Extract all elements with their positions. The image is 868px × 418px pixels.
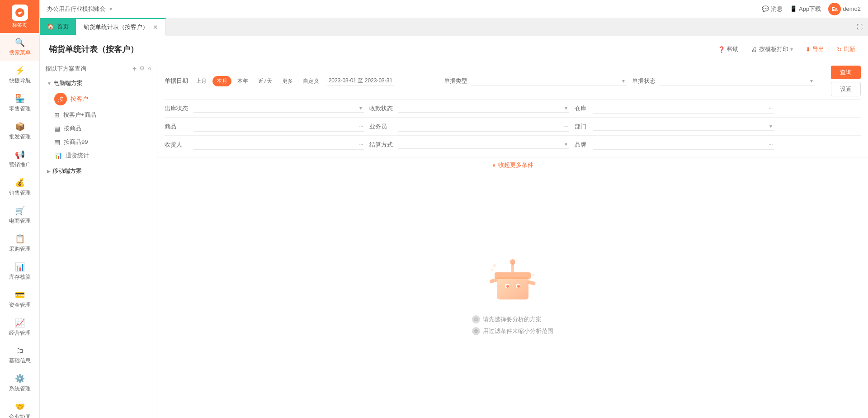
system-icon: ⚙️ <box>15 374 25 384</box>
brand-control[interactable]: ··· <box>593 139 774 150</box>
scheme-collapse-icon[interactable]: « <box>148 65 151 73</box>
doc-type-label: 单据类型 <box>444 77 467 85</box>
doc-status-dropdown-icon: ▾ <box>810 78 813 84</box>
marketing-icon: 📢 <box>15 150 25 160</box>
refresh-btn[interactable]: ↻ 刷新 <box>833 43 859 55</box>
industry-label: 办公用品行业模拟账套 <box>47 5 106 13</box>
sidebar-item-retail[interactable]: 🏪 零售管理 <box>0 89 39 117</box>
hint-num-2: ② <box>472 327 480 335</box>
returns-icon: 📊 <box>54 152 62 159</box>
filter-item-recipient: 收货人 ··· <box>165 139 364 150</box>
sidebar-item-system[interactable]: ⚙️ 系统管理 <box>0 369 39 397</box>
tab-close-icon[interactable]: ✕ <box>153 24 158 31</box>
collection-control[interactable]: ▾ <box>398 104 569 113</box>
scheme-item-by-customer[interactable]: 按 按客户 <box>43 90 153 108</box>
collapse-bar[interactable]: ∧ 收起更多条件 <box>157 157 868 173</box>
scheme-group-mobile: ▶ 移动端方案 <box>43 164 153 178</box>
sales-icon: 💰 <box>15 178 25 188</box>
filter-item-docstatus: 单据状态 ▾ <box>632 77 815 86</box>
query-button[interactable]: 查询 <box>831 66 861 79</box>
refresh-icon: ↻ <box>837 46 842 53</box>
goods-dots: ··· <box>359 122 362 130</box>
goods-label: 商品 <box>165 123 190 131</box>
page-actions: ❓ 帮助 🖨 按模板打印 ▾ ⬇ 导出 ↻ 刷新 <box>714 43 859 55</box>
filter-item-salesperson: 业务员 ··· <box>369 121 569 132</box>
group-arrow-icon: ▼ <box>47 81 52 86</box>
home-icon: 🏠 <box>47 23 54 30</box>
sidebar-item-cooperation[interactable]: 🤝 企业协同 <box>0 397 39 418</box>
date-btn-lastmonth[interactable]: 上月 <box>192 76 211 86</box>
date-btn-thisyear[interactable]: 本年 <box>233 76 252 86</box>
date-btn-thismonth[interactable]: 本月 <box>212 76 231 86</box>
cooperation-icon: 🤝 <box>15 402 25 412</box>
out-status-control[interactable]: ▾ <box>193 104 364 113</box>
sidebar-item-operations[interactable]: 📈 经营管理 <box>0 314 39 342</box>
scheme-item-by-customer-goods[interactable]: ⊞ 按客户+商品 <box>43 108 153 122</box>
scheme-item-by-goods[interactable]: ▤ 按商品 <box>43 122 153 135</box>
goods-icon: ▤ <box>54 125 60 132</box>
sidebar-item-shortcuts[interactable]: ⚡ 快捷导航 <box>0 61 39 89</box>
industry-dropdown-icon[interactable]: ▾ <box>109 5 113 12</box>
scheme-group-header-mobile[interactable]: ▶ 移动端方案 <box>43 164 153 178</box>
scheme-item-label: 按商品 <box>64 124 81 133</box>
sidebar-item-sales[interactable]: 💰 销售管理 <box>0 173 39 201</box>
collapse-label: 收起更多条件 <box>498 161 533 169</box>
sidebar-item-inventory[interactable]: 📊 库存核算 <box>0 257 39 285</box>
sidebar-item-finance[interactable]: 💳 资金管理 <box>0 285 39 314</box>
date-range[interactable]: 2023-03-01 至 2023-03-31 <box>327 76 394 86</box>
template-print-btn[interactable]: 🖨 按模板打印 ▾ <box>748 43 797 55</box>
export-btn[interactable]: ⬇ 导出 <box>802 43 828 55</box>
svg-point-12 <box>532 274 534 276</box>
fullscreen-btn[interactable]: ⛶ <box>851 18 868 36</box>
help-icon: ❓ <box>718 46 725 53</box>
sidebar-item-ecommerce[interactable]: 🛒 电商管理 <box>0 201 39 229</box>
header-left: 办公用品行业模拟账套 ▾ <box>47 5 113 13</box>
svg-point-6 <box>517 285 520 288</box>
doc-status-control[interactable]: ▾ <box>659 77 815 86</box>
date-btn-custom[interactable]: 自定义 <box>299 76 323 86</box>
sidebar-item-label: 搜索菜单 <box>9 49 31 57</box>
message-btn[interactable]: 💬 消息 <box>762 5 783 13</box>
operations-icon: 📈 <box>15 318 25 328</box>
settings-button[interactable]: 设置 <box>831 82 861 96</box>
filter-row-4: 收货人 ··· 结算方式 ▾ <box>165 136 861 153</box>
doc-type-control[interactable]: ▾ <box>471 77 627 86</box>
user-profile-btn[interactable]: Ea demo2 <box>828 3 861 15</box>
tab-sales-stat[interactable]: 销货单统计表（按客户） ✕ <box>76 18 166 36</box>
scheme-add-icon[interactable]: + <box>132 65 137 73</box>
sidebar: 标签页 🔍 搜索菜单 ⚡ 快捷导航 🏪 零售管理 📦 批发管理 📢 营销推广 💰… <box>0 0 40 418</box>
query-panel: 按以下方案查询 + ⚙ « ▼ 电脑端方案 按 按客户 <box>40 59 868 418</box>
warehouse-label: 仓库 <box>575 104 589 113</box>
wholesale-icon: 📦 <box>15 122 25 132</box>
sidebar-item-basicinfo[interactable]: 🗂 基础信息 <box>0 342 39 369</box>
scheme-item-returns[interactable]: 📊 退货统计 <box>43 149 153 162</box>
date-btn-7days[interactable]: 近7天 <box>254 76 276 86</box>
hint-text-2: 用过滤条件来缩小分析范围 <box>483 327 553 335</box>
sidebar-item-purchase[interactable]: 📋 采购管理 <box>0 229 39 257</box>
sidebar-item-wholesale[interactable]: 📦 批发管理 <box>0 117 39 145</box>
help-btn[interactable]: ❓ 帮助 <box>714 43 742 55</box>
app-download-btn[interactable]: 📱 App下载 <box>790 5 821 13</box>
settlement-control[interactable]: ▾ <box>398 140 569 149</box>
scheme-group-header-desktop[interactable]: ▼ 电脑端方案 <box>43 76 153 90</box>
scheme-item-by-goods-99[interactable]: ▤ 按商品99 <box>43 135 153 149</box>
goods-control[interactable]: ··· <box>193 121 364 132</box>
salesperson-control[interactable]: ··· <box>398 121 569 132</box>
sidebar-item-label: 资金管理 <box>9 301 31 309</box>
salesperson-label: 业务员 <box>369 123 395 131</box>
date-btn-more[interactable]: 更多 <box>278 76 297 86</box>
warehouse-control[interactable]: ··· <box>593 103 774 114</box>
user-name: demo2 <box>843 5 861 12</box>
sidebar-item-marketing[interactable]: 📢 营销推广 <box>0 145 39 173</box>
tab-home[interactable]: 🏠 首页 <box>40 18 76 36</box>
hint-num-1: ① <box>472 315 480 323</box>
tab-sales-stat-label: 销货单统计表（按客户） <box>84 23 148 31</box>
sidebar-item-search[interactable]: 🔍 搜索菜单 <box>0 33 39 61</box>
sidebar-item-label: 快捷导航 <box>9 77 31 85</box>
scheme-settings-icon[interactable]: ⚙ <box>139 65 145 73</box>
department-control[interactable]: ▾ <box>593 122 774 131</box>
filter-item-settlement: 结算方式 ▾ <box>369 140 569 149</box>
export-label: 导出 <box>812 45 824 53</box>
recipient-control[interactable]: ··· <box>193 139 364 150</box>
filter-section: 单据日期 上月 本月 本年 近7天 更多 自定义 2023-03-01 至 20… <box>157 59 868 157</box>
